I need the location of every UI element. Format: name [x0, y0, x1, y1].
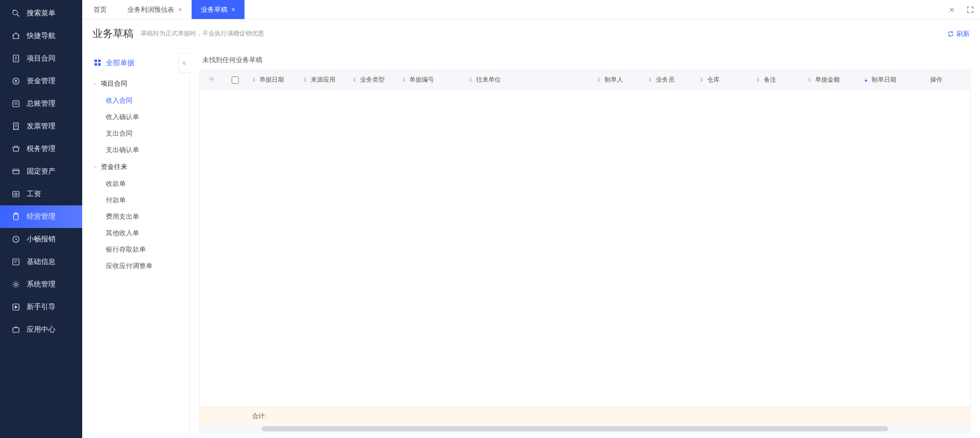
sidebar-item-invoice[interactable]: 发票管理 — [0, 115, 82, 138]
sidebar-label: 搜索菜单 — [27, 9, 55, 18]
document-icon — [11, 54, 21, 63]
fullscreen-button[interactable] — [964, 3, 977, 16]
tab-label: 业务利润预估表 — [127, 5, 174, 14]
close-icon[interactable]: × — [232, 6, 236, 13]
col-doc-date[interactable]: 单据日期 — [247, 70, 298, 89]
all-docs-button[interactable]: 全部单据 — [82, 55, 190, 75]
sidebar-item-biz[interactable]: 经营管理 — [0, 205, 82, 228]
sidebar-item-asset[interactable]: 固定资产 — [0, 160, 82, 183]
chevron-down-icon — [92, 164, 98, 169]
leaf-bank-transfer[interactable]: 银行存取款单 — [82, 241, 190, 258]
home-icon — [11, 31, 21, 41]
chevron-down-icon — [92, 81, 98, 86]
column-settings-button[interactable] — [200, 70, 223, 89]
leaf-payment[interactable]: 付款单 — [82, 192, 190, 208]
apps-icon — [11, 325, 21, 334]
svg-rect-14 — [95, 60, 97, 62]
scrollbar-thumb[interactable] — [261, 426, 888, 431]
horizontal-scrollbar[interactable] — [200, 425, 970, 432]
col-remark[interactable]: 备注 — [751, 70, 803, 89]
svg-point-0 — [13, 10, 17, 15]
sidebar-label: 快捷导航 — [27, 31, 55, 41]
clipboard-icon — [11, 212, 21, 221]
group-fund-flow[interactable]: 资金往来 — [82, 158, 190, 176]
wage-icon — [11, 189, 21, 199]
sidebar-label: 固定资产 — [27, 167, 55, 176]
tab-label: 首页 — [93, 5, 107, 14]
sidebar-item-reimb[interactable]: 小畅报销 — [0, 228, 82, 251]
leaf-ar-ap-adjust[interactable]: 应收应付调整单 — [82, 258, 190, 274]
svg-rect-3 — [13, 101, 19, 107]
footer-total-label: 合计: — [247, 412, 271, 421]
col-create-date[interactable]: 制单日期 — [859, 70, 911, 89]
sidebar-item-gl[interactable]: 总账管理 — [0, 92, 82, 115]
refresh-icon — [947, 30, 954, 37]
chevron-left-icon — [182, 60, 188, 66]
table-area: 未找到任何业务草稿 单据日期 来源应用 业务类型 单据编号 往来单位 制单人 业… — [190, 48, 980, 438]
leaf-expense-confirm[interactable]: 支出确认单 — [82, 142, 190, 158]
leaf-expense-bill[interactable]: 费用支出单 — [82, 208, 190, 225]
group-label: 项目合同 — [101, 79, 127, 88]
tab-bar: 首页 业务利润预估表 × 业务草稿 × — [82, 0, 980, 20]
svg-point-18 — [211, 78, 213, 80]
svg-rect-5 — [13, 192, 19, 197]
refresh-button[interactable]: 刷新 — [947, 29, 970, 39]
col-creator[interactable]: 制单人 — [592, 70, 644, 89]
sidebar-item-sys[interactable]: 系统管理 — [0, 273, 82, 296]
leaf-receipt[interactable]: 收款单 — [82, 176, 190, 192]
col-source-app[interactable]: 来源应用 — [298, 70, 348, 89]
content-area: 全部单据 项目合同 收入合同 收入确认单 支出合同 支出确认单 资金往来 收款单 — [82, 48, 980, 438]
sidebar-label: 总账管理 — [27, 99, 55, 108]
sidebar-label: 发票管理 — [27, 122, 55, 131]
leaf-income-confirm[interactable]: 收入确认单 — [82, 109, 190, 125]
svg-rect-10 — [13, 259, 19, 265]
group-project-contract[interactable]: 项目合同 — [82, 75, 190, 92]
invoice-icon — [11, 122, 21, 131]
col-biz-type[interactable]: 业务类型 — [348, 70, 397, 89]
tab-label: 业务草稿 — [201, 5, 228, 14]
empty-message: 未找到任何业务草稿 — [199, 55, 971, 70]
svg-point-11 — [15, 283, 17, 286]
col-amount[interactable]: 单据金额 — [803, 70, 859, 89]
close-all-button[interactable] — [945, 3, 958, 16]
page-header: 业务草稿 草稿转为正式单据时，不会执行满赠促销优惠 刷新 — [82, 20, 980, 48]
tab-profit-estimate[interactable]: 业务利润预估表 × — [118, 0, 192, 19]
sidebar-item-wage[interactable]: 工资 — [0, 183, 82, 205]
tab-biz-draft[interactable]: 业务草稿 × — [192, 0, 245, 19]
leaf-other-income[interactable]: 其他收入单 — [82, 225, 190, 241]
tab-home[interactable]: 首页 — [82, 0, 118, 19]
ledger-icon — [11, 99, 21, 108]
collapse-panel-button[interactable] — [179, 53, 190, 73]
sidebar-item-search[interactable]: 搜索菜单 — [0, 2, 82, 25]
sidebar-label: 工资 — [27, 189, 41, 199]
sidebar-label: 系统管理 — [27, 280, 55, 289]
col-doc-no[interactable]: 单据编号 — [397, 70, 464, 89]
col-sales[interactable]: 业务员 — [644, 70, 695, 89]
svg-rect-4 — [13, 169, 19, 174]
data-table: 单据日期 来源应用 业务类型 单据编号 往来单位 制单人 业务员 仓库 备注 单… — [199, 70, 971, 433]
sidebar-item-tax[interactable]: 税务管理 — [0, 138, 82, 160]
sidebar-label: 应用中心 — [27, 325, 55, 334]
sidebar-label: 经营管理 — [27, 212, 55, 221]
sidebar-item-quicknav[interactable]: 快捷导航 — [0, 25, 82, 47]
category-panel: 全部单据 项目合同 收入合同 收入确认单 支出合同 支出确认单 资金往来 收款单 — [82, 48, 190, 438]
svg-rect-17 — [98, 63, 101, 66]
sidebar-item-guide[interactable]: 新手引导 — [0, 296, 82, 318]
table-header-row: 单据日期 来源应用 业务类型 单据编号 往来单位 制单人 业务员 仓库 备注 单… — [200, 70, 970, 90]
leaf-expense-contract[interactable]: 支出合同 — [82, 125, 190, 142]
sidebar-item-contract[interactable]: 项目合同 — [0, 47, 82, 70]
coin-icon — [11, 77, 21, 86]
gear-icon — [208, 75, 215, 84]
sidebar-item-apps[interactable]: 应用中心 — [0, 318, 82, 341]
leaf-income-contract[interactable]: 收入合同 — [82, 92, 190, 109]
reimburse-icon — [11, 235, 21, 244]
close-icon[interactable]: × — [178, 6, 182, 13]
sidebar-item-base[interactable]: 基础信息 — [0, 251, 82, 273]
sidebar-item-fund[interactable]: 资金管理 — [0, 70, 82, 92]
col-partner[interactable]: 往来单位 — [464, 70, 592, 89]
col-warehouse[interactable]: 仓库 — [695, 70, 751, 89]
sidebar-label: 新手引导 — [27, 302, 55, 312]
search-icon — [11, 9, 21, 18]
select-all-checkbox[interactable] — [223, 70, 247, 89]
sidebar-label: 税务管理 — [27, 144, 55, 154]
